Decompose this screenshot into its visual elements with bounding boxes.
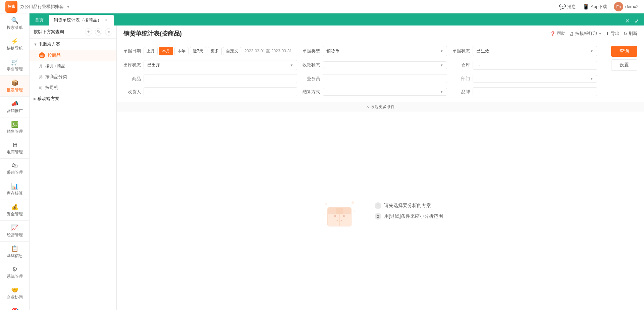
dropdown-arrow-icon[interactable]: ▼ <box>66 5 70 9</box>
sidebar-item-basic[interactable]: 📋 基础信息 <box>0 242 29 262</box>
sidebar-item-purchase[interactable]: 🛍 采购管理 <box>0 159 29 179</box>
scheme-group-pc-title[interactable]: ▼ 电脑端方案 <box>30 39 116 50</box>
sidebar-item-sales[interactable]: 💹 销售管理 <box>0 117 29 138</box>
filter-warehouse: 仓库 ··· <box>452 61 597 70</box>
tab-active[interactable]: 销货单统计表（按商品） × <box>49 15 114 25</box>
empty-tips: 1 请先选择要分析的方案 2 用[过滤]条件来缩小分析范围 <box>375 202 443 220</box>
sidebar-item-corp[interactable]: 🤝 企业协同 <box>0 283 29 304</box>
tab-close-window-btn[interactable]: ✕ <box>623 16 632 25</box>
message-btn[interactable]: 💬 消息 <box>559 3 576 10</box>
svg-point-6 <box>325 203 327 205</box>
svg-point-9 <box>324 214 325 215</box>
brand-label: 品牌 <box>452 89 470 95</box>
pay-status-select[interactable]: ▼ <box>323 61 447 69</box>
collapse-panel-btn[interactable]: « <box>105 28 112 36</box>
refresh-icon: ↻ <box>624 31 627 36</box>
sidebar-item-finance[interactable]: 💰 资金管理 <box>0 200 29 221</box>
scheme-item-brand: 司 按司机 <box>30 82 116 93</box>
add-scheme-btn[interactable]: + <box>85 28 92 36</box>
sidebar-item-guide[interactable]: 🎯 新手引导 <box>0 304 29 310</box>
date-btn-last-month[interactable]: 上月 <box>144 47 158 55</box>
product-input[interactable]: ··· <box>144 74 297 83</box>
brand-input[interactable]: ··· <box>473 87 597 96</box>
sidebar-item-wholesale[interactable]: 📦 批发管理 <box>0 76 29 97</box>
sidebar-item-operations[interactable]: 📈 经营管理 <box>0 221 29 242</box>
month-product-icon: 月 <box>39 64 43 69</box>
right-main: 销货单统计表(按商品) ❓ 帮助 🖨 按模板打印 ▼ ⬆ <box>117 25 644 310</box>
edit-scheme-btn[interactable]: ✎ <box>95 28 102 36</box>
ecom-icon: 🖥 <box>1 142 28 149</box>
finance-icon: 💰 <box>1 203 28 211</box>
warehouse-input[interactable]: ··· <box>473 61 597 70</box>
filter-row-4: 收货人 ··· 结算方式 ▼ <box>123 87 637 96</box>
scheme-item-by-product[interactable]: 品 按商品 <box>30 50 116 61</box>
receiver-input[interactable]: ··· <box>144 87 297 96</box>
sidebar: 🔍 搜索菜单 ⚡ 快捷导航 🛒 零售管理 📦 批发管理 📣 营销推广 💹 销售管… <box>0 13 30 310</box>
filter-payment: 结算方式 ▼ <box>303 88 447 96</box>
filter-doc-type: 单据类型 销货单 ▼ <box>303 46 447 56</box>
svg-point-4 <box>334 215 336 217</box>
doc-type-select[interactable]: 销货单 ▼ <box>323 46 447 56</box>
doc-status-value: 已生效 <box>476 48 489 54</box>
sidebar-item-system[interactable]: ⚙ 系统管理 <box>0 262 29 283</box>
payment-select[interactable]: ▼ <box>323 88 447 96</box>
department-select[interactable]: ▼ <box>473 75 597 83</box>
date-btn-this-year[interactable]: 本年 <box>174 47 189 55</box>
scheme-sub-header[interactable]: 月 按月+商品 <box>39 62 112 70</box>
sidebar-item-ecom[interactable]: 🖥 电商管理 <box>0 138 29 159</box>
tab-close-btn[interactable]: × <box>104 17 109 23</box>
filter-row-3: 商品 ··· 业务员 ··· 部门 <box>123 74 637 83</box>
export-icon: ⬆ <box>606 31 609 36</box>
print-btn[interactable]: 🖨 按模板打印 ▼ <box>570 31 602 37</box>
doc-status-select[interactable]: 已生效 ▼ <box>473 46 597 56</box>
message-icon: 💬 <box>559 3 566 10</box>
tab-maximize-btn[interactable]: ⤢ <box>632 16 641 25</box>
filter-product: 商品 ··· <box>123 74 297 83</box>
doc-status-arrow-icon: ▼ <box>590 49 593 53</box>
filter-out-status: 出库状态 已出库 ▼ <box>123 60 297 70</box>
user-area[interactable]: Ea demo2 <box>614 2 639 11</box>
out-status-select[interactable]: 已出库 ▼ <box>144 60 297 70</box>
sidebar-item-search[interactable]: 🔍 搜索菜单 <box>0 13 29 34</box>
corp-icon: 🤝 <box>1 287 28 294</box>
date-btn-more[interactable]: 更多 <box>208 47 222 55</box>
scheme-icon-product: 品 <box>39 52 45 58</box>
department-label: 部门 <box>452 76 470 82</box>
svg-point-8 <box>354 210 355 212</box>
query-btn[interactable]: 查询 <box>611 46 637 57</box>
app-download-btn[interactable]: 📱 App下载 <box>583 3 607 10</box>
sidebar-item-marketing[interactable]: 📣 营销推广 <box>0 97 29 117</box>
receiver-value: ··· <box>147 89 151 94</box>
scheme-item-category: 类 按商品分类 <box>30 71 116 82</box>
help-btn[interactable]: ❓ 帮助 <box>550 31 566 37</box>
salesperson-input[interactable]: ··· <box>323 74 447 83</box>
scheme-group-mobile-title[interactable]: ▶ 移动端方案 <box>30 93 116 104</box>
date-options: 上月 本月 本年 近7天 更多 自定义 2023-03-01 至 2023-03… <box>144 47 292 55</box>
out-status-value: 已出库 <box>147 62 160 68</box>
scheme-sub-header3[interactable]: 司 按司机 <box>39 84 112 92</box>
wholesale-icon: 📦 <box>1 79 28 87</box>
filter-receiver: 收货人 ··· <box>123 87 297 96</box>
scheme-sub-header2[interactable]: 类 按商品分类 <box>39 73 112 81</box>
date-btn-7days[interactable]: 近7天 <box>190 47 206 55</box>
refresh-btn[interactable]: ↻ 刷新 <box>624 31 637 37</box>
left-panel: 按以下方案查询 + ✎ « ▼ 电脑端方案 品 <box>30 25 117 310</box>
left-panel-actions: + ✎ « <box>85 28 112 36</box>
salesperson-label: 业务员 <box>303 76 320 82</box>
sidebar-item-retail[interactable]: 🛒 零售管理 <box>0 55 29 76</box>
purchase-icon: 🛍 <box>1 162 28 169</box>
sidebar-item-quick-nav[interactable]: ⚡ 快捷导航 <box>0 34 29 55</box>
tip-number-2: 2 <box>375 213 381 220</box>
arrow-right-icon: ▶ <box>34 97 36 101</box>
empty-tip-1: 1 请先选择要分析的方案 <box>375 202 443 209</box>
export-btn[interactable]: ⬆ 导出 <box>606 31 620 37</box>
search-icon: 🔍 <box>1 17 28 24</box>
download-icon: 📱 <box>583 3 589 10</box>
settings-btn[interactable]: 设置 <box>611 59 637 71</box>
date-btn-custom[interactable]: 自定义 <box>223 47 241 55</box>
tab-home[interactable]: 首页 <box>30 15 49 25</box>
warehouse-value: ··· <box>476 63 480 68</box>
collapse-row[interactable]: ∧ 收起更多条件 <box>117 102 644 112</box>
date-btn-this-month[interactable]: 本月 <box>159 47 173 55</box>
sidebar-item-inventory[interactable]: 📊 库存核算 <box>0 179 29 200</box>
